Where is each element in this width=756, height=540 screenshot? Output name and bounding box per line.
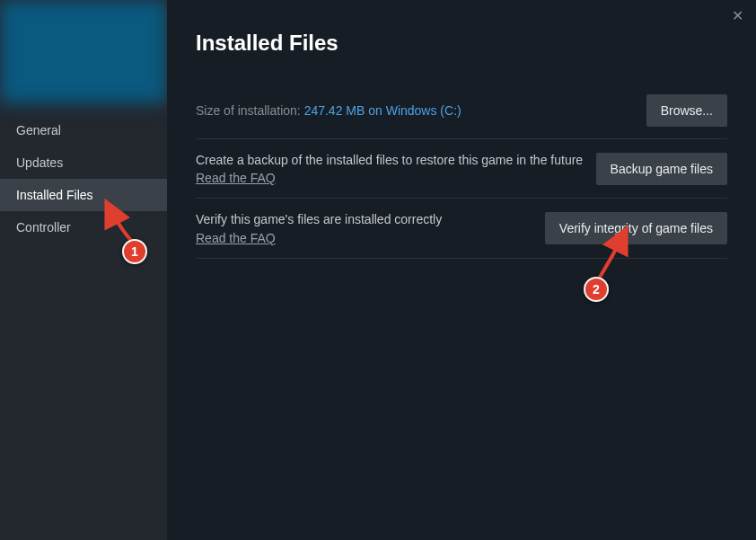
sidebar: General Updates Installed Files Controll… (0, 0, 167, 540)
sidebar-item-general[interactable]: General (0, 114, 167, 146)
verify-button[interactable]: Verify integrity of game files (545, 212, 727, 244)
size-label: Size of installation: (196, 103, 304, 118)
backup-desc: Create a backup of the installed files t… (196, 151, 584, 169)
main-panel: Installed Files Size of installation: 24… (167, 0, 756, 540)
sidebar-list: General Updates Installed Files Controll… (0, 103, 167, 243)
sidebar-item-label: Controller (16, 220, 71, 235)
verify-row: Verify this game's files are installed c… (196, 199, 727, 258)
verify-faq-link[interactable]: Read the FAQ (196, 231, 276, 245)
sidebar-item-label: Installed Files (16, 188, 93, 202)
size-row: Size of installation: 247.42 MB on Windo… (196, 83, 727, 139)
close-icon[interactable]: ✕ (732, 9, 743, 23)
backup-row: Create a backup of the installed files t… (196, 139, 727, 199)
sidebar-item-label: Updates (16, 155, 63, 170)
properties-window: ✕ General Updates Installed Files Contro… (0, 0, 756, 540)
sidebar-item-controller[interactable]: Controller (0, 211, 167, 243)
backup-faq-link[interactable]: Read the FAQ (196, 171, 276, 185)
verify-text: Verify this game's files are installed c… (196, 210, 545, 245)
page-title: Installed Files (196, 31, 727, 56)
verify-desc: Verify this game's files are installed c… (196, 210, 532, 228)
size-value: 247.42 MB on Windows (C:) (304, 103, 462, 118)
backup-text: Create a backup of the installed files t… (196, 151, 596, 186)
sidebar-item-label: General (16, 123, 61, 137)
sidebar-item-installed-files[interactable]: Installed Files (0, 179, 167, 211)
game-banner (0, 0, 167, 103)
backup-button[interactable]: Backup game files (596, 153, 727, 185)
browse-button[interactable]: Browse... (646, 94, 727, 127)
size-text: Size of installation: 247.42 MB on Windo… (196, 102, 646, 119)
sidebar-item-updates[interactable]: Updates (0, 146, 167, 179)
